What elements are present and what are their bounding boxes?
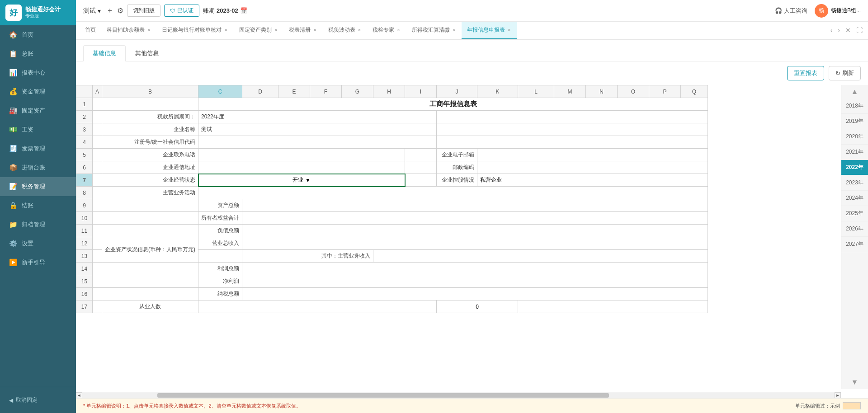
cell-4-j[interactable] <box>437 136 708 149</box>
plus-icon[interactable]: ＋ <box>106 6 113 15</box>
cell-6-i[interactable] <box>405 161 437 174</box>
cell-7-b[interactable]: 企业经营状态 <box>102 174 198 187</box>
cell-title[interactable]: 工商年报信息表 <box>198 98 708 111</box>
tab-tax_wave[interactable]: 税负波动表× <box>323 22 367 39</box>
cell-9-a[interactable] <box>93 199 102 212</box>
cell-15-d[interactable] <box>242 275 708 288</box>
cell-6-c[interactable] <box>198 161 405 174</box>
year-down-btn[interactable]: ▼ <box>841 375 868 389</box>
cell-13-d[interactable]: 其中：主营业务收入 <box>242 250 373 263</box>
cell-16-c[interactable]: 纳税总额 <box>198 288 242 300</box>
cell-5-j[interactable]: 企业电子邮箱 <box>437 149 477 161</box>
tab-journal[interactable]: 日记账与银行对账单核对× <box>156 22 233 39</box>
tab-annual[interactable]: 年报信息申报表× <box>462 22 517 39</box>
h-scrollbar[interactable]: ◄ ► <box>76 392 841 398</box>
year-item[interactable]: 2025年 <box>841 206 868 221</box>
tab-fixed_cat[interactable]: 固定资产类别× <box>234 22 283 39</box>
cell-4-a[interactable] <box>93 136 102 149</box>
cell-16-d[interactable] <box>242 288 708 300</box>
tab-tax_clear[interactable]: 税表清册× <box>283 22 322 39</box>
cell-5-k[interactable] <box>477 149 708 161</box>
cell-16-b[interactable] <box>102 288 198 300</box>
cell-11-b[interactable] <box>102 225 198 237</box>
cell-12-d[interactable] <box>242 237 708 250</box>
cell-1-b[interactable] <box>102 98 198 111</box>
cell-10-c[interactable]: 所有者权益合计 <box>198 212 242 225</box>
cell-14-d[interactable] <box>242 263 708 275</box>
cell-9-c[interactable]: 资产总额 <box>198 199 242 212</box>
cell-8-b[interactable]: 主营业务活动 <box>102 187 198 199</box>
cell-10-d[interactable] <box>242 212 708 225</box>
settings-icon[interactable]: ⚙ <box>117 6 123 15</box>
cell-6-j[interactable]: 邮政编码 <box>437 161 477 174</box>
cell-9-d[interactable] <box>242 199 708 212</box>
cell-12-b[interactable]: 企业资产状况信息(币种：人民币万元) <box>102 237 198 263</box>
sidebar-item-settings[interactable]: ⚙️ 设置 <box>0 234 76 253</box>
dropdown-icon[interactable]: ▾ <box>98 7 101 14</box>
sidebar-item-ledger[interactable]: 📋 总账 <box>0 44 76 63</box>
tab-close-journal[interactable]: × <box>223 27 228 33</box>
cell-14-a[interactable] <box>93 263 102 275</box>
tab-close-annual[interactable]: × <box>507 27 511 33</box>
reset-btn[interactable]: 重置报表 <box>787 66 824 80</box>
cell-17-l[interactable] <box>518 300 708 313</box>
cell-14-c[interactable]: 利润总额 <box>198 263 242 275</box>
cell-3-j[interactable] <box>437 123 708 136</box>
tab-next-btn[interactable]: › <box>836 26 842 35</box>
cell-17-c[interactable] <box>198 300 437 313</box>
cell-7-a[interactable] <box>93 174 102 187</box>
cell-7-j[interactable]: 企业控股情况 <box>437 174 477 187</box>
year-item[interactable]: 2024年 <box>841 191 868 206</box>
cell-1-a[interactable] <box>93 98 102 111</box>
cell-17-b[interactable]: 从业人数 <box>102 300 198 313</box>
unfix-btn[interactable]: ◀ 取消固定 <box>0 392 76 408</box>
cell-5-c[interactable] <box>198 149 405 161</box>
tab-tax_expert[interactable]: 税检专家× <box>367 22 406 39</box>
cell-4-b[interactable]: 注册号/统一社会信用代码 <box>102 136 198 149</box>
cell-2-a[interactable] <box>93 111 102 123</box>
tab-home[interactable]: 首页 <box>80 22 101 39</box>
year-item[interactable]: 2023年 <box>841 175 868 191</box>
cell-3-b[interactable]: 企业名称 <box>102 123 198 136</box>
year-item[interactable]: 2027年 <box>841 237 868 252</box>
year-item[interactable]: 2018年 <box>841 99 868 114</box>
cell-3-a[interactable] <box>93 123 102 136</box>
cell-7-c[interactable]: 开业 ▼ <box>198 174 405 187</box>
tab-expand-btn[interactable]: ⛶ <box>854 26 864 35</box>
year-item[interactable]: 2022年 <box>841 160 868 175</box>
cell-6-a[interactable] <box>93 161 102 174</box>
cell-6-k[interactable] <box>477 161 708 174</box>
cell-9-b[interactable] <box>102 199 198 212</box>
tab-income_tax[interactable]: 所得税汇算清缴× <box>406 22 462 39</box>
sidebar-item-invoice[interactable]: 🧾 发票管理 <box>0 139 76 158</box>
tab-close-all-btn[interactable]: ✕ <box>844 26 853 35</box>
cell-5-i[interactable] <box>405 149 437 161</box>
cell-13-a[interactable] <box>93 250 102 263</box>
subtab-basic[interactable]: 基础信息 <box>83 45 126 61</box>
scroll-right-btn[interactable]: ► <box>835 392 841 399</box>
cell-5-a[interactable] <box>93 149 102 161</box>
sidebar-item-archive[interactable]: 📁 归档管理 <box>0 215 76 234</box>
sidebar-item-inout[interactable]: 📦 进销台账 <box>0 158 76 177</box>
cell-2-b[interactable]: 税款所属期间： <box>102 111 198 123</box>
tab-close-fixed_cat[interactable]: × <box>274 27 278 33</box>
refresh-btn[interactable]: ↻ 刷新 <box>829 66 861 80</box>
cell-17-a[interactable] <box>93 300 102 313</box>
cell-2-j[interactable] <box>437 111 708 123</box>
cell-15-c[interactable]: 净利润 <box>198 275 242 288</box>
cell-5-b[interactable]: 企业联系电话 <box>102 149 198 161</box>
cell-3-c[interactable]: 测试 <box>198 123 437 136</box>
cell-13-h[interactable] <box>373 250 708 263</box>
spreadsheet-area[interactable]: A B C D E F G H I J K L M <box>76 85 841 398</box>
year-item[interactable]: 2021年 <box>841 145 868 160</box>
cell-8-a[interactable] <box>93 187 102 199</box>
tab-close-tax_expert[interactable]: × <box>396 27 401 33</box>
cell-12-a[interactable] <box>93 237 102 250</box>
cell-13-c[interactable] <box>198 250 242 263</box>
year-item[interactable]: 2026年 <box>841 221 868 237</box>
cell-12-c[interactable]: 营业总收入 <box>198 237 242 250</box>
cell-7-k[interactable]: 私营企业 <box>477 174 708 187</box>
cell-11-d[interactable] <box>242 225 708 237</box>
user-menu[interactable]: 畅 畅捷通B组... <box>815 4 861 18</box>
cell-6-b[interactable]: 企业通信地址 <box>102 161 198 174</box>
